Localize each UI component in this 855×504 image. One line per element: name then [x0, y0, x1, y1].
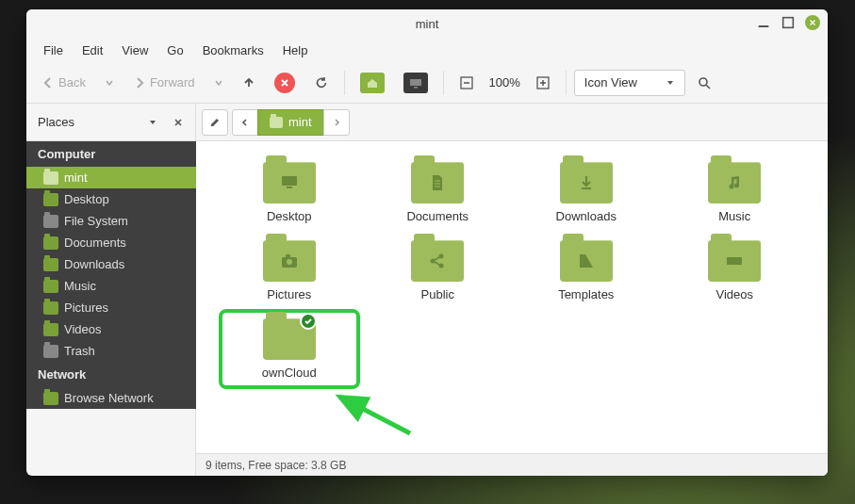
- pathbar: mint: [196, 104, 828, 141]
- computer-button[interactable]: [396, 69, 436, 97]
- folder-item[interactable]: Documents: [373, 158, 503, 227]
- back-button[interactable]: Back: [34, 72, 93, 93]
- forward-history-button[interactable]: [206, 74, 231, 91]
- folder-item[interactable]: Public: [373, 236, 503, 305]
- sidebar-item[interactable]: mint: [26, 167, 196, 188]
- back-history-button[interactable]: [97, 74, 122, 91]
- sidebar-item-label: Browse Network: [64, 391, 154, 405]
- menu-go[interactable]: Go: [159, 41, 190, 60]
- sidebar: ComputermintDesktopFile SystemDocumentsD…: [26, 141, 196, 409]
- folder-label: Music: [718, 209, 750, 223]
- breadcrumb-current[interactable]: mint: [257, 109, 324, 136]
- sidebar-item[interactable]: Documents: [26, 232, 196, 253]
- sidebar-item-label: Desktop: [64, 192, 109, 206]
- folder-icon: [560, 240, 613, 282]
- sidebar-item-label: File System: [64, 214, 128, 228]
- sidebar-item[interactable]: Downloads: [26, 253, 196, 275]
- folder-label: Templates: [558, 287, 614, 301]
- folder-item[interactable]: Pictures: [224, 236, 354, 305]
- svg-rect-21: [727, 265, 742, 267]
- file-manager-window: mint File Edit View Go Bookmarks Help Ba…: [26, 9, 828, 476]
- folder-icon: [560, 162, 613, 203]
- up-button[interactable]: [235, 73, 263, 93]
- sync-badge-icon: [300, 313, 317, 330]
- chevron-right-icon: [332, 118, 341, 127]
- menu-edit[interactable]: Edit: [74, 41, 110, 60]
- pathbar-next-button[interactable]: [323, 109, 350, 136]
- sidebar-item[interactable]: Trash: [26, 340, 196, 362]
- sidebar-item-label: Music: [64, 279, 96, 293]
- menu-bookmarks[interactable]: Bookmarks: [195, 41, 271, 60]
- folder-icon: [708, 240, 761, 282]
- pathbar-prev-button[interactable]: [232, 109, 258, 136]
- folder-icon: [411, 240, 464, 282]
- folder-item[interactable]: Templates: [521, 236, 651, 305]
- folder-icon: [43, 236, 58, 250]
- zoom-level[interactable]: 100%: [485, 75, 524, 89]
- minimize-button[interactable]: [756, 15, 771, 30]
- menu-view[interactable]: View: [114, 41, 156, 60]
- folder-label: Pictures: [267, 287, 311, 301]
- reload-button[interactable]: [306, 72, 337, 94]
- sidebar-item-label: Downloads: [64, 257, 124, 271]
- folder-item[interactable]: ownCloud: [224, 315, 354, 383]
- search-icon: [697, 75, 712, 90]
- folder-grid[interactable]: DesktopDocumentsDownloadsMusicPicturesPu…: [196, 141, 828, 453]
- close-sidebar-icon[interactable]: [173, 117, 184, 128]
- forward-button[interactable]: Forward: [125, 72, 203, 93]
- sidebar-item[interactable]: Videos: [26, 318, 196, 340]
- chevron-down-icon: [214, 78, 223, 88]
- stop-button[interactable]: [267, 69, 303, 97]
- folder-label: Desktop: [267, 209, 312, 223]
- menu-help[interactable]: Help: [275, 41, 316, 60]
- sidebar-item[interactable]: File System: [26, 210, 196, 232]
- chevron-down-icon: [105, 78, 114, 88]
- reload-icon: [314, 75, 329, 90]
- folder-icon: [43, 345, 58, 358]
- svg-rect-20: [727, 255, 742, 257]
- view-mode-select[interactable]: Icon View: [574, 70, 685, 96]
- folder-icon: [43, 280, 58, 293]
- back-label: Back: [58, 75, 86, 89]
- sidebar-item[interactable]: Music: [26, 275, 196, 297]
- sidebar-item-label: Pictures: [64, 301, 108, 315]
- zoom-in-button[interactable]: [528, 72, 558, 94]
- folder-label: Videos: [715, 287, 753, 301]
- breadcrumb-label: mint: [288, 115, 312, 129]
- status-text: 9 items, Free space: 3.8 GB: [206, 459, 346, 472]
- home-folder-icon: [360, 73, 385, 93]
- pathbar-edit-button[interactable]: [202, 109, 228, 136]
- stop-icon: [274, 73, 295, 93]
- menubar: File Edit View Go Bookmarks Help: [26, 38, 828, 62]
- arrow-right-icon: [133, 76, 146, 89]
- view-mode-label: Icon View: [584, 75, 637, 89]
- sidebar-item-label: mint: [64, 171, 88, 185]
- close-button[interactable]: [805, 15, 820, 30]
- sidebar-item[interactable]: Browse Network: [26, 387, 196, 409]
- sidebar-group-title: Computer: [26, 141, 196, 167]
- folder-label: Public: [421, 287, 454, 301]
- chevron-down-icon: [666, 78, 675, 88]
- folder-item[interactable]: Desktop: [224, 158, 354, 227]
- zoom-out-icon: [459, 75, 474, 90]
- chevron-down-icon[interactable]: [148, 118, 157, 127]
- folder-item[interactable]: Downloads: [521, 158, 651, 227]
- toolbar: Back Forward: [26, 62, 828, 104]
- folder-item[interactable]: Videos: [670, 236, 800, 305]
- arrow-left-icon: [41, 76, 55, 89]
- separator: [443, 71, 444, 95]
- home-button[interactable]: [353, 69, 392, 97]
- folder-label: Documents: [406, 209, 469, 223]
- maximize-button[interactable]: [781, 15, 796, 30]
- folder-item[interactable]: Music: [670, 158, 800, 227]
- zoom-out-button[interactable]: [452, 72, 482, 94]
- folder-icon: [263, 240, 316, 282]
- search-button[interactable]: [689, 72, 719, 94]
- sidebar-item[interactable]: Desktop: [26, 188, 196, 210]
- svg-rect-11: [282, 176, 297, 186]
- menu-file[interactable]: File: [36, 41, 71, 60]
- sidebar-item[interactable]: Pictures: [26, 297, 196, 318]
- sidebar-title: Places: [38, 115, 74, 129]
- folder-icon: [43, 392, 58, 405]
- svg-rect-1: [783, 18, 794, 28]
